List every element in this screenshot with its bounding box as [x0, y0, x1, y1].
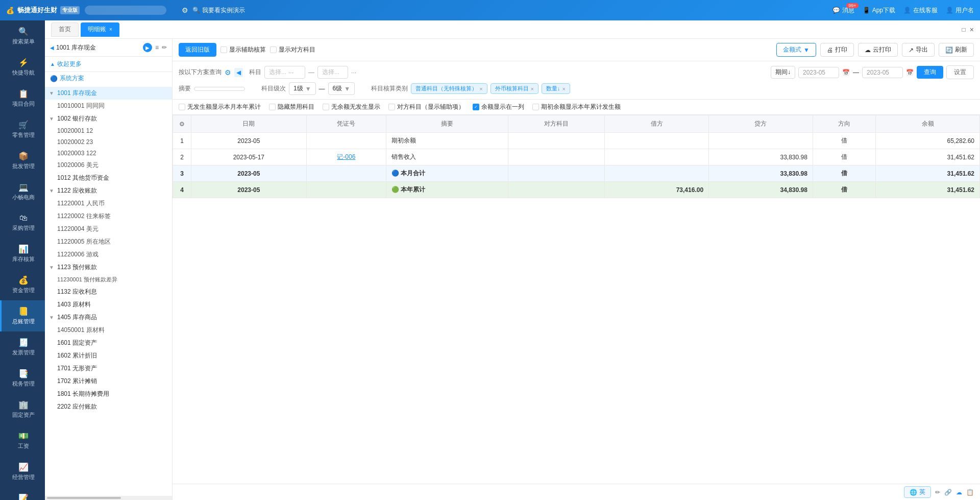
tree-item-10020003[interactable]: 10020003 122: [45, 148, 172, 159]
sidebar-item-wholesale[interactable]: 📦 批发管理: [0, 145, 45, 176]
tree-item-1001[interactable]: ▼ 1001 库存现金: [45, 87, 172, 100]
settings-btn[interactable]: 设置: [946, 65, 974, 79]
sidebar-item-operations[interactable]: 📈 经营管理: [0, 456, 45, 487]
sidebar-item-search-menu[interactable]: 🔍 搜索菜单: [0, 20, 45, 52]
sidebar-item-retail[interactable]: 🛒 零售管理: [0, 114, 45, 145]
tree-item-11230001[interactable]: 11230001 预付账款差异: [45, 274, 172, 285]
period-calendar-icon-1[interactable]: 📅: [842, 69, 850, 76]
tree-item-1123[interactable]: ▼ 1123 预付账款: [45, 261, 172, 274]
tree-item-11220002[interactable]: 11220002 往来标签: [45, 210, 172, 223]
tree-item-1002[interactable]: ▼ 1002 银行存款: [45, 112, 172, 125]
cloud-print-btn[interactable]: ☁ 云打印: [858, 43, 898, 57]
tag-quantity[interactable]: 数量↓ ×: [542, 83, 570, 94]
tag-normal-remove[interactable]: ×: [479, 86, 482, 92]
tag-foreign-remove[interactable]: ×: [531, 86, 534, 92]
tree-item-10010001[interactable]: 10010001 同同同: [45, 100, 172, 112]
tree-edit-icon[interactable]: ✏: [162, 44, 167, 51]
tag-foreign[interactable]: 外币核算科目 ×: [491, 83, 538, 94]
tree-item-1702[interactable]: 1702 累计摊销: [45, 375, 172, 388]
show-aux-checkbox[interactable]: 显示辅助核算: [220, 45, 266, 54]
app-download-btn[interactable]: 📱 App下载: [863, 6, 895, 15]
tree-item-1801[interactable]: 1801 长期待摊费用: [45, 388, 172, 400]
copy-icon[interactable]: 📋: [966, 489, 974, 496]
sidebar-item-ecommerce[interactable]: 💻 小畅电商: [0, 176, 45, 207]
maximize-icon[interactable]: □: [962, 26, 966, 33]
sidebar-item-purchase[interactable]: 🛍 采购管理: [0, 207, 45, 238]
tree-list-icon[interactable]: ≡: [155, 44, 159, 51]
tree-item-1602[interactable]: 1602 累计折旧: [45, 349, 172, 362]
top-search-input[interactable]: [85, 6, 166, 15]
sidebar-item-fixed-assets[interactable]: 🏢 固定资产: [0, 394, 45, 425]
sidebar-item-payroll[interactable]: 💵 工资: [0, 425, 45, 456]
cloud-icon-1[interactable]: 🔗: [944, 489, 952, 496]
tree-item-1405[interactable]: ▼ 1405 库存商品: [45, 311, 172, 324]
no-balance-checkbox[interactable]: 无发生额显示本月本年累计: [179, 103, 261, 111]
edit-icon[interactable]: ✏: [935, 489, 940, 496]
print-btn[interactable]: 🖨 打印: [820, 43, 854, 57]
tab-detail-close[interactable]: ×: [109, 27, 112, 32]
subject-select[interactable]: 选择... ···: [264, 66, 305, 79]
period-calendar-icon-2[interactable]: 📅: [906, 69, 914, 76]
period-start-input[interactable]: 2023-05: [798, 67, 839, 78]
sidebar-item-accounting[interactable]: 📒 总账管理: [0, 300, 45, 331]
online-service-btn[interactable]: 👤 在线客服: [903, 6, 938, 15]
tag-quantity-remove[interactable]: ×: [562, 86, 566, 92]
hide-disabled-checkbox[interactable]: 隐藏禁用科目: [269, 103, 314, 111]
tree-filter-label[interactable]: 收起更多: [57, 60, 82, 68]
demo-link[interactable]: 🔍 我要看实例演示: [192, 6, 245, 15]
sidebar-item-tax[interactable]: 📑 税务管理: [0, 363, 45, 394]
collapse-icon[interactable]: ◀: [234, 68, 243, 77]
user-avatar[interactable]: 👤 用户名: [946, 6, 974, 15]
tree-item-11220005[interactable]: 11220005 所在地区: [45, 235, 172, 248]
tag-normal[interactable]: 普通科目（无特殊核算） ×: [411, 83, 487, 94]
tree-item-1701[interactable]: 1701 无形资产: [45, 362, 172, 375]
export-btn[interactable]: ↗ 导出: [902, 43, 935, 57]
subject-select-2[interactable]: 选择...: [317, 66, 348, 79]
settings-icon[interactable]: ⚙: [182, 6, 188, 14]
voucher-link[interactable]: 记-006: [337, 153, 355, 160]
tree-item-10020002[interactable]: 10020002 23: [45, 136, 172, 148]
opposite-checkbox[interactable]: 对方科目（显示辅助项）: [388, 103, 464, 111]
amount-type-btn[interactable]: 金额式 ▼: [776, 43, 816, 57]
tree-item-1012[interactable]: 1012 其他货币资金: [45, 172, 172, 184]
system-scheme-item[interactable]: 🔵 系统方案: [45, 72, 172, 85]
close-window-icon[interactable]: ×: [970, 26, 974, 34]
search-btn[interactable]: 查询: [917, 66, 943, 79]
period-end-input[interactable]: 2023-05: [862, 67, 903, 78]
show-opposite-checkbox[interactable]: 显示对方科目: [270, 45, 315, 54]
lang-btn[interactable]: 🌐 英: [904, 486, 931, 498]
sidebar-item-inventory[interactable]: 📊 库存核算: [0, 238, 45, 269]
no-balance2-checkbox[interactable]: 无余额无发生显示: [323, 103, 380, 111]
tree-item-1122[interactable]: ▼ 1122 应收账款: [45, 184, 172, 197]
message-btn[interactable]: 💬 消息 99+: [832, 6, 854, 15]
tab-detail[interactable]: 明细账 ×: [81, 22, 119, 37]
tab-home[interactable]: 首页: [51, 22, 79, 37]
sidebar-item-project[interactable]: 📋 项目合同: [0, 83, 45, 114]
refresh-btn[interactable]: 🔄 刷新: [939, 43, 974, 57]
tree-item-11220001[interactable]: 11220001 人民币: [45, 197, 172, 210]
back-old-version-btn[interactable]: 返回旧版: [179, 43, 216, 57]
tree-item-1403[interactable]: 1403 原材料: [45, 298, 172, 311]
tree-item-10020001[interactable]: 10020001 12: [45, 125, 172, 136]
level-end-select[interactable]: 6级 ▼: [328, 82, 355, 95]
initial-balance-checkbox[interactable]: 期初余额显示本年累计发生额: [532, 103, 621, 111]
tree-expand-btn[interactable]: ▶: [143, 43, 152, 52]
tree-item-1601[interactable]: 1601 固定资产: [45, 337, 172, 349]
tree-item-10020006[interactable]: 10020006 美元: [45, 159, 172, 172]
cloud-icon-2[interactable]: ☁: [956, 489, 962, 496]
level-start-select[interactable]: 1级 ▼: [289, 82, 316, 95]
summary-input[interactable]: [194, 87, 245, 91]
tree-item-11220004[interactable]: 11220004 美元: [45, 223, 172, 235]
config-icon[interactable]: ⚙: [225, 68, 231, 77]
period-select[interactable]: 期间↓: [771, 66, 795, 79]
tree-item-1132[interactable]: 1132 应收利息: [45, 285, 172, 298]
balance-one-col-checkbox[interactable]: ✓ 余额显示在一列: [473, 103, 524, 111]
sidebar-item-quick-nav[interactable]: ⚡ 快捷导航: [0, 52, 45, 83]
tree-item-11220006[interactable]: 11220006 游戏: [45, 248, 172, 261]
th-settings[interactable]: ⚙: [173, 115, 191, 133]
tree-item-14050001[interactable]: 14050001 原材料: [45, 324, 172, 337]
sidebar-item-fund[interactable]: 💰 资金管理: [0, 269, 45, 300]
sidebar-item-sales[interactable]: 📝 小畅报销: [0, 487, 45, 500]
tree-item-2202[interactable]: 2202 应付账款: [45, 400, 172, 413]
sidebar-item-invoice[interactable]: 🧾 发票管理: [0, 331, 45, 363]
